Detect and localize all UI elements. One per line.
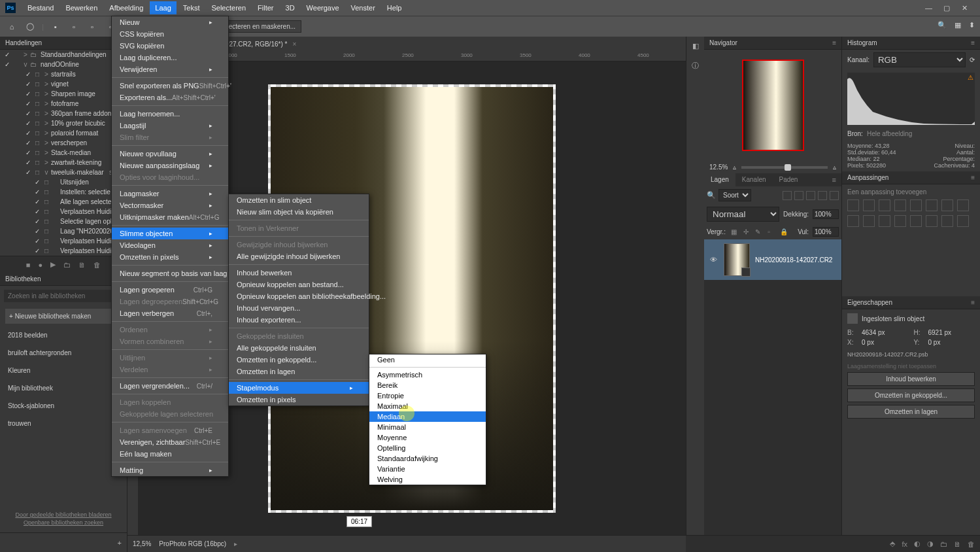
lock-position-icon[interactable]: ✢ [743, 228, 751, 236]
menu-item[interactable]: Lagen groeperenCtrl+G [112, 284, 228, 296]
menu-item[interactable]: Nieuw slim object via kopiëren [229, 206, 369, 218]
close-icon[interactable]: ✕ [962, 4, 970, 12]
menu-item[interactable]: Eén laag maken [112, 448, 228, 460]
menu-item[interactable]: Stapelmodus▸ [229, 382, 369, 394]
zoom-level[interactable]: 12,5% [133, 540, 151, 547]
action-row[interactable]: ✓□Uitsnijden [0, 177, 127, 187]
menu-item[interactable]: Inhoud bewerken [229, 267, 369, 279]
menu-item[interactable]: Alle gewijzigde inhoud bijwerken [229, 250, 369, 262]
action-row[interactable]: ✓□>360pan frame addon [0, 109, 127, 118]
layer-name[interactable]: NH20200918-142027.CR2 [755, 256, 832, 264]
filter-type-select[interactable]: Soort [718, 189, 751, 201]
maximize-icon[interactable]: ▢ [943, 4, 951, 12]
subtract-selection-icon[interactable]: ▫ [86, 20, 99, 33]
menu-item[interactable]: Videolagen▸ [112, 239, 228, 251]
menu-help[interactable]: Help [382, 1, 407, 14]
menu-item[interactable]: Geen [369, 354, 486, 365]
zoom-out-icon[interactable]: ▵ [733, 164, 736, 171]
menu-item[interactable]: Minimaal [369, 422, 486, 432]
action-row[interactable]: ✓□>fotoframe [0, 99, 127, 109]
menu-item[interactable]: SVG kopiëren [112, 40, 228, 52]
layer-row[interactable]: 👁 NH20200918-142027.CR2 [704, 239, 841, 280]
action-row[interactable]: ✓□Verplaatsen Huidige (Laag [0, 246, 127, 256]
action-row[interactable]: ✓□>startrails [0, 69, 127, 79]
trash-icon[interactable]: 🗑 [93, 261, 101, 269]
menu-item[interactable]: Omzetten in lagen [229, 366, 369, 377]
filter-pixel-icon[interactable] [783, 191, 792, 200]
menu-selecteren[interactable]: Selecteren [206, 1, 251, 14]
tab-kanalen[interactable]: Kanalen [735, 173, 773, 186]
panel-menu-icon[interactable]: ≡ [971, 174, 975, 181]
y-value[interactable]: 0 px [928, 339, 975, 346]
action-row[interactable]: ✓□>polaroid formaat [0, 128, 127, 138]
new-selection-icon[interactable]: ▪ [49, 20, 62, 33]
library-search-input[interactable] [4, 290, 123, 302]
filter-type-icon[interactable] [806, 191, 815, 200]
marquee-tool-icon[interactable]: ◯ [24, 20, 37, 33]
panel-menu-icon[interactable]: ≡ [827, 173, 841, 186]
stop-icon[interactable]: ■ [26, 261, 31, 269]
menu-weergave[interactable]: Weergave [301, 1, 345, 14]
curves-icon[interactable] [879, 199, 890, 211]
hue-icon[interactable] [926, 199, 938, 211]
library-item[interactable]: Kleuren [0, 362, 127, 379]
action-row[interactable]: ✓□>verscherpen [0, 138, 127, 148]
panel-menu-icon[interactable]: ≡ [971, 299, 975, 306]
posterize-icon[interactable] [910, 215, 922, 227]
lock-pixels-icon[interactable]: ✎ [755, 228, 763, 236]
zoom-in-icon[interactable]: ▵ [833, 164, 836, 171]
menu-item[interactable]: Verenigen, zichtbaarShift+Ctrl+E [112, 436, 228, 448]
menu-3d[interactable]: 3D [280, 1, 300, 14]
menu-laag[interactable]: Laag [150, 1, 176, 14]
filter-icon[interactable]: 🔍 [707, 191, 716, 199]
brightness-icon[interactable] [847, 199, 859, 211]
panel-icon[interactable]: ◧ [692, 42, 699, 50]
height-value[interactable]: 6921 px [928, 329, 975, 336]
color-profile[interactable]: ProPhoto RGB (16bpc) [159, 540, 226, 547]
adjustment-icon[interactable]: ◑ [927, 540, 934, 548]
search-public-link[interactable]: Openbare bibliotheken zoeken [5, 519, 122, 526]
menu-bestand[interactable]: Bestand [22, 1, 59, 14]
photofilter-icon[interactable] [847, 215, 859, 227]
library-item[interactable]: Mijn bibliotheek [0, 379, 127, 397]
menu-item[interactable]: Omzetten in pixels▸ [112, 251, 228, 263]
menu-item[interactable]: Welving [369, 474, 486, 485]
menu-item[interactable]: Nieuw segment op basis van laag [112, 267, 228, 279]
filter-smart-icon[interactable] [830, 191, 839, 200]
menu-item[interactable]: Laagmasker▸ [112, 188, 228, 199]
menu-item[interactable]: Snel exporteren als PNGShift+Ctrl+' [112, 80, 228, 92]
action-row[interactable]: ✓□vtweeluik-makelaarShift+ [0, 167, 127, 177]
panel-menu-icon[interactable]: ≡ [832, 39, 836, 46]
menu-item[interactable]: Nieuwe opvullaag▸ [112, 148, 228, 160]
browse-shared-link[interactable]: Door gedeelde bibliotheken bladeren [5, 511, 122, 518]
colorlookup-icon[interactable] [879, 215, 890, 227]
minimize-icon[interactable]: — [925, 4, 933, 12]
lock-icon[interactable]: 🔒 [780, 228, 788, 236]
menu-item[interactable]: Omzetten in slim object [229, 194, 369, 206]
search-icon[interactable]: 🔍 [938, 21, 947, 29]
menu-item[interactable]: Verwijderen▸ [112, 63, 228, 75]
menu-item[interactable]: Exporteren als...Alt+Shift+Ctrl+' [112, 92, 228, 103]
action-row[interactable]: ✓□Instellen: selectie [0, 187, 127, 197]
library-item[interactable]: trouwen [0, 415, 127, 432]
menu-item[interactable]: Laag hernoemen... [112, 108, 228, 120]
convert-linked-button[interactable]: Omzetten in gekoppeld... [847, 388, 975, 402]
menu-item[interactable]: CSS kopiëren [112, 28, 228, 40]
levels-icon[interactable] [863, 199, 875, 211]
menu-item[interactable]: Nieuwe aanpassingslaag▸ [112, 160, 228, 171]
invert-icon[interactable] [894, 215, 906, 227]
vibrance-icon[interactable] [910, 199, 922, 211]
menu-item[interactable]: Optelling [369, 443, 486, 453]
menu-item[interactable]: Entropie [369, 390, 486, 401]
menu-item[interactable]: Lagen vergrendelen...Ctrl+/ [112, 380, 228, 392]
action-row[interactable]: ✓□>10% groter bicubic [0, 118, 127, 128]
menu-item[interactable]: Asymmetrisch [369, 370, 486, 380]
x-value[interactable]: 0 px [862, 339, 909, 346]
action-row[interactable]: ✓v🗀nandOOnline [0, 60, 127, 69]
group-icon[interactable]: 🗀 [940, 540, 947, 548]
menu-item[interactable]: Standaardafwijking [369, 453, 486, 464]
threshold-icon[interactable] [926, 215, 938, 227]
fx-icon[interactable]: fx [902, 540, 907, 548]
action-row[interactable]: ✓□Verplaatsen Huidige (Laag [0, 207, 127, 216]
delete-icon[interactable]: 🗑 [968, 540, 975, 548]
